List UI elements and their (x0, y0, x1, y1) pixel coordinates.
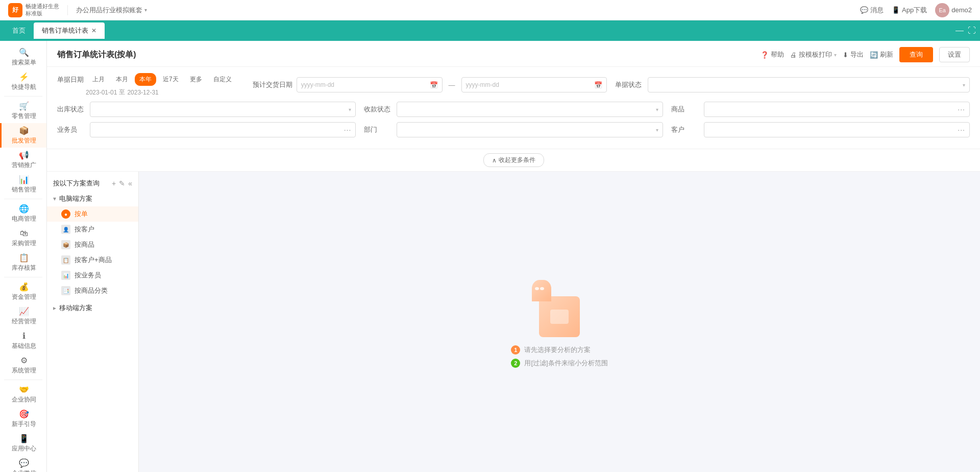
breadcrumb-area: 办公用品行业模拟账套 ▾ (76, 6, 147, 15)
refresh-btn[interactable]: 🔄 刷新 (870, 50, 893, 59)
custom-date-btn[interactable]: 自定义 (209, 73, 236, 86)
add-scheme-btn[interactable]: + (112, 179, 116, 187)
empty-box (539, 296, 580, 337)
sidebar-item-quick-nav[interactable]: ⚡ 快捷导航 (0, 69, 46, 94)
top-bar: 好 畅捷通好生意 标准版 办公用品行业模拟账套 ▾ 💬 消息 📱 App下载 E… (0, 0, 980, 20)
filter-and-content: 单据日期 上月 本月 本年 近7天 更多 自定义 2023-01-0 (47, 67, 980, 472)
sidebar-item-wholesale[interactable]: 📦 批发管理 (0, 123, 46, 148)
salesperson-input[interactable]: ··· (90, 122, 356, 137)
top-bar-right: 💬 消息 📱 App下载 Ea demo2 (860, 3, 972, 17)
logo-icon: 好 (8, 3, 22, 17)
edit-scheme-btn[interactable]: ✎ (119, 179, 125, 187)
quick-nav-icon: ⚡ (19, 72, 29, 82)
department-group: 部门 ▾ (364, 122, 663, 137)
expected-delivery-end[interactable]: yyyy-mm-dd 📅 (461, 77, 607, 92)
this-month-btn[interactable]: 本月 (111, 73, 133, 86)
ship-status-chevron: ▾ (349, 107, 351, 112)
last-7-days-btn[interactable]: 近7天 (158, 73, 183, 86)
date-buttons: 上月 本月 本年 近7天 更多 自定义 (88, 73, 236, 86)
calendar-icon-1: 📅 (430, 81, 438, 89)
ship-status-select[interactable]: ▾ (90, 102, 356, 117)
date-range-separator: 至 (119, 88, 125, 97)
sidebar-item-basic-info[interactable]: ℹ 基础信息 (0, 328, 46, 353)
sidebar-item-system[interactable]: ⚙ 系统管理 (0, 353, 46, 377)
print-dropdown-icon[interactable]: ▾ (834, 52, 837, 58)
marketing-icon: 📢 (19, 150, 29, 160)
collapse-scheme-btn[interactable]: « (128, 179, 132, 187)
search-menu-icon: 🔍 (19, 48, 29, 57)
goods-group: 商品 ··· (671, 102, 970, 117)
empty-illustration (524, 276, 595, 337)
tab-close-icon[interactable]: ✕ (91, 27, 96, 34)
department-select[interactable]: ▾ (397, 122, 663, 137)
query-btn[interactable]: 查询 (899, 47, 933, 62)
scheme-item-by-salesperson[interactable]: 📊 按业务员 (47, 268, 138, 283)
collapse-bar[interactable]: ∧ 收起更多条件 (47, 149, 980, 172)
divider1 (4, 96, 42, 97)
app-download-btn[interactable]: 📱 App下载 (892, 6, 927, 15)
sidebar-item-enterprise-collab[interactable]: 🤝 企业协同 (0, 382, 46, 407)
sidebar-item-retail[interactable]: 🛒 零售管理 (0, 99, 46, 123)
export-icon: ⬇ (843, 51, 848, 59)
expected-delivery-group: 预计交货日期 yyyy-mm-dd 📅 — yyyy-mm-dd 📅 (253, 77, 607, 92)
retail-icon: 🛒 (19, 101, 29, 111)
refresh-icon: 🔄 (870, 51, 878, 59)
this-year-btn[interactable]: 本年 (135, 73, 156, 86)
sidebar-item-sales[interactable]: 📊 销售管理 (0, 172, 46, 197)
goods-more-icon[interactable]: ··· (958, 105, 965, 113)
salesperson-more-icon[interactable]: ··· (344, 126, 352, 134)
sidebar-item-new-user[interactable]: 🎯 新手引导 (0, 407, 46, 431)
scheme-item-by-product-category[interactable]: 📑 按商品分类 (47, 283, 138, 298)
sidebar-item-inventory[interactable]: 📋 库存核算 (0, 250, 46, 275)
sidebar-item-marketing[interactable]: 📢 营销推广 (0, 148, 46, 172)
help-btn[interactable]: ❓ 帮助 (761, 50, 784, 59)
settings-btn[interactable]: 设置 (939, 47, 970, 62)
date-range-start: 2023-01-01 (86, 89, 117, 96)
scheme-item-by-customer-product[interactable]: 📋 按客户+商品 (47, 252, 138, 268)
tab-home[interactable]: 首页 (4, 22, 34, 39)
customer-more-icon[interactable]: ··· (958, 126, 965, 134)
sidebar-item-enterprise-wechat[interactable]: 💬 企业微信 (0, 456, 46, 472)
collab-icon: 🤝 (19, 385, 29, 394)
sidebar-item-search-menu[interactable]: 🔍 搜索菜单 (0, 45, 46, 69)
top-bar-left: 好 畅捷通好生意 标准版 办公用品行业模拟账套 ▾ (8, 3, 147, 17)
sidebar-item-operations[interactable]: 📈 经营管理 (0, 304, 46, 328)
sidebar-item-purchase[interactable]: 🛍 采购管理 (0, 226, 46, 250)
maximize-btn[interactable]: ⛶ (968, 26, 976, 35)
order-status-select[interactable]: ▾ (648, 77, 970, 92)
goods-input[interactable]: ··· (704, 102, 970, 117)
divider (67, 5, 68, 15)
pc-schemes-header[interactable]: ▾ 电脑端方案 (47, 191, 138, 206)
scheme-item-by-product[interactable]: 📦 按商品 (47, 237, 138, 252)
payment-status-select[interactable]: ▾ (397, 102, 663, 117)
sidebar-item-finance[interactable]: 💰 资金管理 (0, 279, 46, 304)
sidebar-item-ecommerce[interactable]: 🌐 电商管理 (0, 201, 46, 226)
tab-sales-order-stats[interactable]: 销售订单统计表 ✕ (34, 22, 105, 39)
mobile-schemes-header[interactable]: ▸ 移动端方案 (47, 300, 138, 316)
scheme-item-by-customer[interactable]: 👤 按客户 (47, 222, 138, 237)
collapse-btn[interactable]: ∧ 收起更多条件 (483, 153, 544, 167)
by-salesperson-icon: 📊 (61, 271, 70, 280)
breadcrumb-dropdown-icon[interactable]: ▾ (144, 7, 147, 13)
customer-input[interactable]: ··· (704, 122, 970, 137)
divider2 (4, 199, 42, 199)
calendar-icon-2: 📅 (594, 81, 602, 89)
filter-panel: 单据日期 上月 本月 本年 近7天 更多 自定义 2023-01-0 (47, 67, 980, 149)
messages-btn[interactable]: 💬 消息 (860, 6, 884, 15)
expected-delivery-start[interactable]: yyyy-mm-dd 📅 (297, 77, 443, 92)
sidebar-item-app-center[interactable]: 📱 应用中心 (0, 431, 46, 456)
pc-scheme-items: ● 按单 👤 按客户 📦 按商品 (47, 206, 138, 298)
by-product-category-icon: 📑 (61, 286, 70, 295)
last-month-btn[interactable]: 上月 (88, 73, 109, 86)
template-print-btn[interactable]: 🖨 按模板打印 ▾ (790, 50, 837, 59)
sales-icon: 📊 (19, 175, 29, 184)
date-label: 单据日期 (57, 75, 86, 84)
order-status-group: 单据状态 ▾ (615, 77, 970, 92)
more-date-btn[interactable]: 更多 (185, 73, 207, 86)
scheme-item-by-order[interactable]: ● 按单 (47, 206, 138, 222)
minimize-btn[interactable]: — (955, 26, 964, 35)
empty-box-inner (550, 310, 569, 324)
export-btn[interactable]: ⬇ 导出 (843, 50, 864, 59)
user-menu[interactable]: Ea demo2 (935, 3, 972, 17)
by-customer-product-icon: 📋 (61, 255, 70, 265)
